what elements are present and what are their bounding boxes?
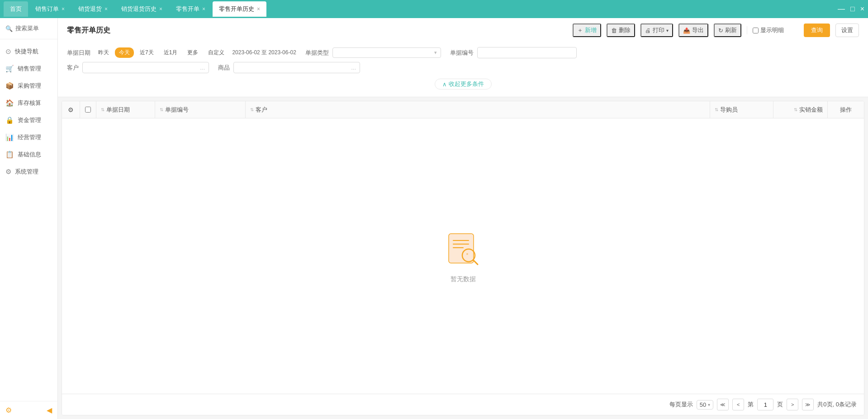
query-button[interactable]: 查询: [804, 24, 830, 37]
th-guide-label: 导购员: [720, 106, 738, 114]
th-checkbox[interactable]: [80, 101, 96, 118]
page-header: 零售开单历史 ＋ 新增 🗑 删除 🖨 打印 ▾: [58, 18, 868, 97]
window-controls: — □ ×: [838, 5, 864, 13]
sidebar-item-inventory[interactable]: 🏠 库存核算: [0, 94, 57, 112]
settings-button[interactable]: 设置: [835, 24, 859, 37]
prev-page-icon: <: [737, 402, 740, 407]
tab-sales-order-close[interactable]: ×: [62, 6, 65, 12]
table-container: ⚙ ⇅ 单据日期 ⇅ 单据编号 ⇅ 客户 ⇅: [62, 101, 864, 415]
tab-sales-return-history[interactable]: 销货退货历史 ×: [115, 1, 169, 17]
add-button[interactable]: ＋ 新增: [573, 24, 601, 37]
tab-list: 首页 销售订单 × 销货退货 × 销货退货历史 × 零售开单 × 零售开单历史 …: [4, 0, 266, 18]
customer-input[interactable]: [86, 64, 198, 71]
tab-sales-return-history-close[interactable]: ×: [159, 6, 162, 12]
sidebar-item-sales-mgmt[interactable]: 🛒 销售管理: [0, 60, 57, 77]
tab-retail-open-close[interactable]: ×: [202, 6, 205, 12]
print-button[interactable]: 🖨 打印 ▾: [640, 24, 673, 37]
delete-button[interactable]: 🗑 删除: [607, 24, 635, 37]
maximize-button[interactable]: □: [850, 5, 855, 13]
pagination-bar: 每页显示 50 ▾ ≪ < 第 页 > ≫: [62, 394, 864, 415]
sidebar-bottom: ⚙ ◀: [0, 401, 57, 419]
tab-sales-return-close[interactable]: ×: [104, 6, 108, 12]
refresh-button[interactable]: ↻ 刷新: [714, 24, 741, 37]
sort-orderno-icon[interactable]: ⇅: [160, 107, 163, 112]
date-btn-today[interactable]: 今天: [115, 47, 134, 58]
export-button[interactable]: 📤 导出: [678, 24, 708, 37]
last-page-button[interactable]: ≫: [802, 399, 814, 410]
display-detail-text: 显示明细: [760, 26, 784, 34]
first-page-button[interactable]: ≪: [717, 399, 729, 410]
product-input-group[interactable]: ...: [233, 62, 360, 73]
sidebar: 🔍 搜索菜单 ⊙ 快捷导航 🛒 销售管理 📦 采购管理 🏠 库存核算 �: [0, 18, 58, 419]
finance-mgmt-icon: 🔒: [5, 116, 14, 124]
doc-no-input[interactable]: [477, 47, 577, 58]
customer-input-group[interactable]: ...: [82, 62, 209, 73]
th-guide: ⇅ 导购员: [710, 101, 773, 118]
display-detail-checkbox[interactable]: [753, 28, 759, 33]
sidebar-item-sys-mgmt-label: 系统管理: [15, 168, 38, 176]
sidebar-item-purchase-mgmt[interactable]: 📦 采购管理: [0, 77, 57, 94]
sidebar-item-quick-nav-label: 快捷导航: [15, 47, 38, 56]
sort-amount-icon[interactable]: ⇅: [794, 107, 797, 112]
sidebar-item-quick-nav[interactable]: ⊙ 快捷导航: [0, 43, 57, 60]
sidebar-item-basic-info[interactable]: 📋 基础信息: [0, 146, 57, 163]
tab-retail-open-history-close[interactable]: ×: [257, 6, 260, 12]
th-action: 操作: [828, 101, 864, 118]
filter-row-2: 客户 ... 商品 ...: [67, 62, 859, 73]
prev-page-button[interactable]: <: [732, 399, 744, 410]
th-amount-label: 实销金额: [799, 106, 823, 114]
tab-sales-return-label: 销货退货: [78, 5, 102, 13]
sidebar-item-inventory-label: 库存核算: [18, 99, 41, 107]
th-amount: ⇅ 实销金额: [773, 101, 828, 118]
display-detail-checkbox-label[interactable]: 显示明细: [753, 26, 784, 34]
print-label: 打印: [653, 26, 664, 34]
sidebar-item-ops-mgmt[interactable]: 📊 经营管理: [0, 129, 57, 146]
tab-retail-open[interactable]: 零售开单 ×: [170, 1, 212, 17]
sort-customer-icon[interactable]: ⇅: [250, 107, 254, 112]
tab-home[interactable]: 首页: [4, 1, 28, 17]
search-icon: 🔍: [5, 25, 13, 32]
empty-illustration: [441, 229, 486, 270]
tab-sales-return[interactable]: 销货退货 ×: [72, 1, 114, 17]
sidebar-item-finance-mgmt[interactable]: 🔒 资金管理: [0, 112, 57, 129]
close-button[interactable]: ×: [860, 5, 864, 13]
collapse-label: 收起更多条件: [449, 80, 484, 88]
sidebar-item-sys-mgmt[interactable]: ⚙ 系统管理: [0, 163, 57, 180]
page-number-input[interactable]: [757, 399, 773, 410]
collapse-bar[interactable]: ∧ 收起更多条件: [67, 77, 859, 93]
sort-guide-icon[interactable]: ⇅: [715, 107, 718, 112]
tab-retail-open-history[interactable]: 零售开单历史 ×: [213, 1, 266, 17]
tab-retail-open-label: 零售开单: [176, 5, 199, 13]
page-title-row: 零售开单历史 ＋ 新增 🗑 删除 🖨 打印 ▾: [67, 24, 859, 37]
tab-sales-order[interactable]: 销售订单 ×: [29, 1, 71, 17]
th-settings[interactable]: ⚙: [62, 101, 80, 118]
doc-type-select[interactable]: ▾: [332, 47, 441, 58]
th-order-no-label: 单据编号: [165, 106, 189, 114]
collapse-sidebar-icon[interactable]: ◀: [47, 406, 52, 414]
minimize-button[interactable]: —: [838, 5, 845, 13]
product-more-icon[interactable]: ...: [351, 64, 356, 71]
th-customer-label: 客户: [256, 106, 267, 114]
per-page-select[interactable]: 50 ▾: [697, 400, 713, 410]
select-all-checkbox[interactable]: [85, 107, 91, 113]
product-input[interactable]: [237, 64, 349, 71]
add-label: 新增: [585, 26, 597, 34]
per-page-label: 每页显示: [669, 400, 693, 409]
sort-date-icon[interactable]: ⇅: [101, 107, 104, 112]
date-btn-custom[interactable]: 自定义: [204, 47, 228, 58]
collapse-text[interactable]: ∧ 收起更多条件: [435, 79, 492, 89]
date-btn-yesterday[interactable]: 昨天: [94, 47, 113, 58]
product-filter: 商品 ...: [218, 62, 360, 73]
date-btn-7days[interactable]: 近7天: [136, 47, 158, 58]
sidebar-item-basic-info-label: 基础信息: [18, 151, 41, 159]
customer-more-icon[interactable]: ...: [200, 64, 205, 71]
column-settings-icon[interactable]: ⚙: [68, 106, 74, 113]
sidebar-search[interactable]: 🔍 搜索菜单: [4, 23, 54, 34]
customer-label: 客户: [67, 64, 79, 72]
settings-bottom-icon[interactable]: ⚙: [5, 406, 12, 414]
next-page-button[interactable]: >: [787, 399, 798, 410]
date-btn-1month[interactable]: 近1月: [160, 47, 182, 58]
date-btn-more[interactable]: 更多: [183, 47, 202, 58]
tab-sales-order-label: 销售订单: [35, 5, 59, 13]
refresh-label: 刷新: [725, 26, 737, 34]
